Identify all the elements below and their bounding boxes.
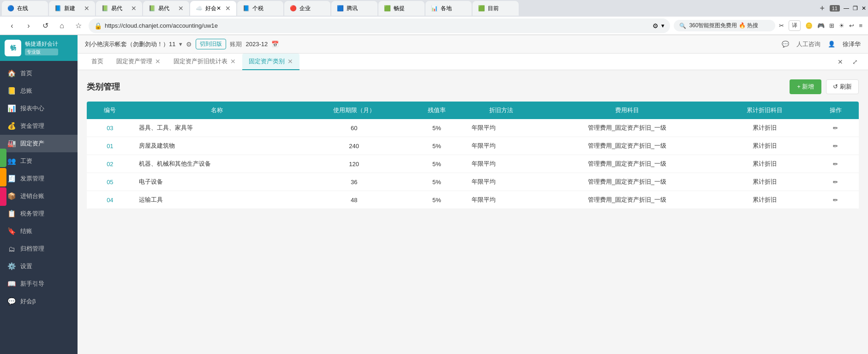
sidebar-item-新手引导[interactable]: 📖新手引导 [0, 275, 78, 293]
tab-close-icon[interactable]: ✕ [178, 5, 184, 12]
sidebar-item-设置[interactable]: ⚙️设置 [0, 258, 78, 275]
nav-icon-12: 📖 [7, 280, 16, 288]
window-expand-icon[interactable]: ⤢ [850, 56, 861, 67]
refresh-button[interactable]: ↺ 刷新 [826, 79, 859, 94]
switch-version-button[interactable]: 切到旧版 [196, 39, 226, 49]
table-cell-edit[interactable]: ✏ [812, 137, 859, 155]
left-pill-1[interactable] [0, 168, 6, 186]
left-pill-0[interactable] [0, 149, 6, 167]
browser-tab-10[interactable]: 📊各地 [425, 1, 472, 16]
left-pill-2[interactable] [0, 187, 6, 206]
user-settings-icon[interactable]: ⚙ [186, 41, 192, 48]
translate-icon[interactable]: 译 [789, 20, 801, 31]
home-button[interactable]: ⌂ [55, 19, 68, 32]
content-area: 类别管理 + 新增 ↺ 刷新 编号名称使用期限（月）残值率折旧方法费用科目累计折… [78, 70, 868, 354]
add-button[interactable]: + 新增 [790, 79, 821, 94]
tab-restore-icon[interactable]: ❐ [853, 5, 858, 12]
page-tabs: 首页固定资产管理✕固定资产折旧统计表✕固定资产类别✕ ✕ ⤢ [78, 54, 868, 70]
window-close-icon[interactable]: ✕ [835, 56, 846, 67]
table-cell: 机器、机械和其他生产设备 [133, 155, 301, 173]
back-button[interactable]: ‹ [6, 19, 18, 32]
forward-button[interactable]: › [22, 19, 35, 32]
page-tab-close-icon[interactable]: ✕ [230, 58, 236, 65]
table-row: 04运输工具485%年限平均管理费用_固定资产折旧_一级累计折旧✏ [87, 191, 859, 209]
browser-tab-11[interactable]: 🟩目前 [473, 1, 519, 16]
sidebar-item-工资[interactable]: 👥工资 [0, 152, 78, 170]
sidebar-item-好会β[interactable]: 💬好会β [0, 293, 78, 310]
sidebar-item-资金管理[interactable]: 💰资金管理 [0, 117, 78, 135]
page-tab-label: 固定资产管理 [116, 57, 152, 66]
url-text: https://cloud.chanjet.com/accounting/uw1… [105, 22, 650, 29]
browser-tab-3[interactable]: 📗易代✕ [96, 1, 142, 16]
tab-close-icon[interactable]: ✕ [84, 5, 90, 12]
tab-close-icon[interactable]: ✕ [225, 5, 231, 12]
sidebar-item-发票管理[interactable]: 🧾发票管理 [0, 170, 78, 187]
table-cell-edit[interactable]: ✏ [812, 155, 859, 173]
table-cell: 累计折旧 [718, 155, 812, 173]
table-cell: 5% [407, 191, 466, 209]
nav-label: 首页 [20, 69, 32, 78]
table-cell-code: 01 [87, 137, 133, 155]
table-cell: 年限平均 [466, 137, 537, 155]
browser-tab-9[interactable]: 🟩畅提 [378, 1, 425, 16]
table-cell: 36 [300, 173, 407, 191]
browser-tab-2[interactable]: 📘新建✕ [49, 1, 95, 16]
table-cell: 60 [300, 119, 407, 137]
table-cell-edit[interactable]: ✏ [812, 119, 859, 137]
nav-label: 报表中心 [20, 104, 44, 113]
browser-tab-1[interactable]: 🔵在线 [2, 1, 48, 16]
brightness-icon[interactable]: ☀ [839, 22, 844, 29]
game-icon[interactable]: 🎮 [817, 22, 825, 29]
undo-icon[interactable]: ↩ [849, 22, 854, 29]
site-info-icon[interactable]: ⚙ [652, 22, 658, 30]
page-tab-close-icon[interactable]: ✕ [155, 58, 161, 65]
tab-label: 新建 [64, 5, 81, 12]
browser-tab-6[interactable]: 📘个税 [237, 1, 283, 16]
new-tab-button[interactable]: + [816, 2, 829, 15]
browser-tab-8[interactable]: 🟦腾讯 [331, 1, 377, 16]
refresh-button[interactable]: ↺ [39, 19, 52, 32]
sidebar-item-总账[interactable]: 📒总账 [0, 82, 78, 100]
sidebar-item-固定资产[interactable]: 🏭固定资产 [0, 135, 78, 152]
browser-tab-5[interactable]: ☁️好会✕✕ [190, 1, 236, 16]
page-tab-label: 首页 [91, 57, 103, 66]
browser-tab-4[interactable]: 📗易代✕ [143, 1, 189, 16]
menu-icon[interactable]: ≡ [859, 22, 862, 29]
table-cell: 5% [407, 137, 466, 155]
sidebar-item-归档管理[interactable]: 🗂归档管理 [0, 240, 78, 258]
sidebar-item-税务管理[interactable]: 📋税务管理 [0, 205, 78, 222]
tab-icon: 🟩 [384, 5, 391, 12]
page-tab-close-icon[interactable]: ✕ [287, 58, 293, 65]
grid-icon[interactable]: ⊞ [829, 22, 834, 29]
browser-toolbar: ✂ 译 🪙 🎮 ⊞ ☀ ↩ ≡ [779, 20, 862, 31]
table-cell: 48 [300, 191, 407, 209]
help-text[interactable]: 人工咨询 [796, 40, 820, 48]
browser-tab-7[interactable]: 🔴企业 [284, 1, 330, 16]
app-header-right: 💬 人工咨询 👤 徐泽华 [782, 40, 861, 48]
url-bar[interactable]: 🔒 https://cloud.chanjet.com/accounting/u… [89, 18, 670, 33]
coin-icon[interactable]: 🪙 [805, 22, 813, 29]
cut-icon[interactable]: ✂ [779, 22, 784, 29]
sidebar-item-进销台账[interactable]: 📦进销台账 [0, 187, 78, 205]
sidebar-item-报表中心[interactable]: 📊报表中心 [0, 100, 78, 117]
table-cell-edit[interactable]: ✏ [812, 173, 859, 191]
table-cell-edit[interactable]: ✏ [812, 191, 859, 209]
bookmark-button[interactable]: ☆ [72, 19, 85, 32]
tab-icon: 📊 [431, 5, 438, 12]
calendar-icon[interactable]: 📅 [271, 41, 279, 48]
table-cell: 管理费用_固定资产折旧_一级 [537, 155, 718, 173]
search-box[interactable]: 🔍 360智能抠图免费用 🔥 热搜 [674, 20, 775, 31]
page-tab-1[interactable]: 固定资产管理✕ [110, 54, 167, 70]
tab-close-icon[interactable]: ✕ [131, 5, 137, 12]
page-tab-2[interactable]: 固定资产折旧统计表✕ [167, 54, 242, 70]
page-tab-3[interactable]: 固定资产类别✕ [242, 54, 299, 70]
dropdown-icon[interactable]: ▾ [661, 22, 664, 29]
tab-close-icon[interactable]: ✕ [862, 5, 866, 12]
sidebar-item-首页[interactable]: 🏠首页 [0, 65, 78, 82]
dropdown-arrow[interactable]: ▾ [179, 41, 182, 48]
tab-minimize-icon[interactable]: — [844, 5, 849, 12]
table-cell: 管理费用_固定资产折旧_一级 [537, 119, 718, 137]
table-cell-code: 05 [87, 173, 133, 191]
sidebar-item-结账[interactable]: 🔖结账 [0, 222, 78, 240]
page-tab-0[interactable]: 首页 [85, 54, 110, 70]
